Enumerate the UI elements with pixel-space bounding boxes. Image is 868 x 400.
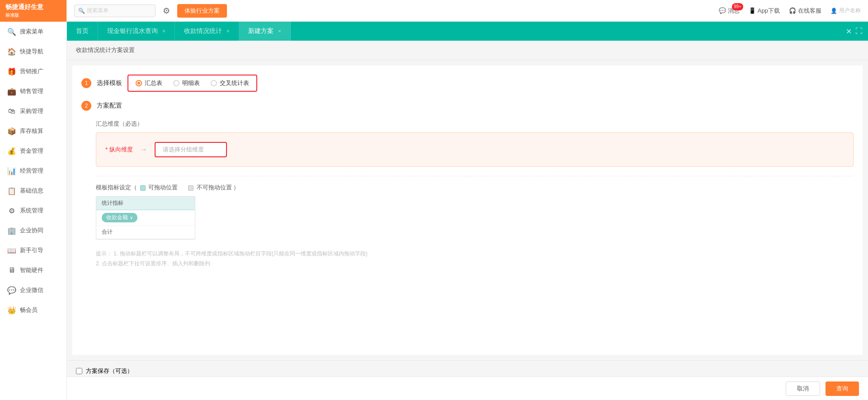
sidebar-item-label: 新手引导 — [20, 246, 43, 254]
draggable-legend-label: 可拖动位置 — [148, 184, 178, 191]
radio-detail[interactable]: 明细表 — [173, 79, 200, 87]
tab-maximize-icon[interactable]: ⛶ — [855, 27, 863, 35]
sidebar-item-label: 企业微信 — [20, 286, 43, 294]
save-row-label: 方案保存（可选） — [86, 367, 133, 375]
online-service-button[interactable]: 🎧 在线客服 — [789, 7, 821, 15]
radio-cross-circle — [211, 80, 217, 86]
top-header: 🔍 搜索菜单 ⚙ 体验行业方案 💬 消息 99+ 📱 App下载 🎧 在线客服 … — [67, 0, 868, 22]
tab-new-plan-close-icon[interactable]: × — [278, 28, 281, 34]
sidebar-item-sales[interactable]: 💼 销售管理 — [0, 81, 66, 101]
radio-summary[interactable]: 汇总表 — [136, 79, 162, 87]
settings-gear-icon[interactable]: ⚙ — [163, 6, 170, 16]
search-icon: 🔍 — [78, 8, 85, 14]
radio-summary-label: 汇总表 — [145, 79, 162, 87]
breadcrumb: 收款情况统计方案设置 — [67, 41, 868, 60]
dim-selector-placeholder: 请选择分组维度 — [163, 146, 204, 153]
save-row: 方案保存（可选） — [67, 360, 868, 376]
step1-row: 1 选择模板 汇总表 明细表 交叉统计表 — [81, 75, 854, 92]
tab-receipt-stat-close-icon[interactable]: × — [226, 28, 230, 34]
step2-title: 方案配置 — [97, 102, 122, 110]
stat-tag[interactable]: 收款金额 ∨ — [102, 213, 137, 222]
indicator-section: 模板指标设定（ 可拖动位置 不可拖动位置 ） 统计指标 — [96, 184, 854, 240]
system-icon: ⚙ — [7, 207, 16, 215]
fixed-legend-dot — [188, 185, 193, 191]
template-radio-group: 汇总表 明细表 交叉统计表 — [127, 75, 257, 92]
logo-name: 畅捷通好生意 — [5, 3, 43, 11]
sidebar-item-label: 快捷导航 — [20, 47, 43, 56]
sidebar-item-label: 营销推广 — [20, 67, 43, 75]
sidebar-item-purchase[interactable]: 🛍 采购管理 — [0, 101, 66, 121]
sidebar-item-label: 畅会员 — [20, 306, 38, 314]
sidebar-item-basic-info[interactable]: 📋 基础信息 — [0, 181, 66, 201]
app-download-icon: 📱 — [749, 7, 756, 14]
query-button[interactable]: 查询 — [826, 381, 859, 396]
dimension-row: * 纵向维度 → 请选择分组维度 — [105, 142, 844, 157]
stat-subtotal-cell: 合计 — [96, 226, 195, 239]
sidebar-item-marketing[interactable]: 🎁 营销推广 — [0, 61, 66, 81]
member-icon: 👑 — [7, 306, 16, 315]
stat-table: 统计指标 收款金额 ∨ 合计 — [96, 196, 195, 240]
sidebar-item-operation[interactable]: 📊 经营管理 — [0, 161, 66, 181]
tab-bank-flow-close-icon[interactable]: × — [162, 28, 165, 34]
sidebar-item-wechat[interactable]: 💬 企业微信 — [0, 280, 66, 300]
sidebar-item-beginner[interactable]: 📖 新手引导 — [0, 240, 66, 260]
stat-tag-chevron-icon: ∨ — [130, 215, 133, 220]
purchase-icon: 🛍 — [7, 107, 16, 115]
tab-receipt-stat-label: 收款情况统计 — [184, 27, 222, 35]
tab-bar: 首页 现金银行流水查询 × 收款情况统计 × 新建方案 × ✕ ⛶ — [67, 22, 868, 41]
sidebar-item-smart-hw[interactable]: 🖥 智能硬件 — [0, 260, 66, 280]
trial-industry-button[interactable]: 体验行业方案 — [177, 4, 227, 18]
content-area: 收款情况统计方案设置 1 选择模板 汇总表 明细表 — [67, 41, 868, 376]
content-body: 1 选择模板 汇总表 明细表 交叉统计表 — [72, 66, 863, 355]
tab-bank-flow-label: 现金银行流水查询 — [107, 27, 158, 35]
tips-section: 提示： 1. 拖动标题栏可以调整布局，不可跨维度或指标区域拖动栏目字段(只能在同… — [96, 249, 854, 268]
gift-icon: 🎁 — [7, 67, 16, 76]
tab-new-plan-label: 新建方案 — [248, 27, 274, 35]
save-checkbox[interactable] — [76, 368, 82, 374]
sidebar-item-label: 企业协同 — [20, 226, 43, 235]
radio-detail-circle — [173, 80, 179, 86]
app-download-button[interactable]: 📱 App下载 — [749, 7, 780, 15]
stat-tag-label: 收款金额 — [106, 214, 128, 221]
tip-line1: 提示： 1. 拖动标题栏可以调整布局，不可跨维度或指标区域拖动栏目字段(只能在同… — [96, 249, 854, 259]
operation-icon: 📊 — [7, 167, 16, 175]
sidebar-item-search-menu[interactable]: 🔍 搜索菜单 — [0, 22, 66, 42]
radio-detail-label: 明细表 — [182, 79, 200, 87]
dim-selector-dropdown[interactable]: 请选择分组维度 — [155, 142, 227, 157]
radio-cross[interactable]: 交叉统计表 — [211, 79, 249, 87]
sidebar-item-label: 资金管理 — [20, 147, 43, 155]
user-avatar-icon: 👤 — [830, 8, 837, 14]
service-label: 在线客服 — [798, 7, 821, 15]
step1-badge: 1 — [81, 78, 91, 88]
finance-icon: 💰 — [7, 147, 16, 155]
tab-close-window-icon[interactable]: ✕ — [846, 27, 852, 36]
sidebar-item-enterprise[interactable]: 🏢 企业协同 — [0, 221, 66, 240]
indicator-label-row: 模板指标设定（ 可拖动位置 不可拖动位置 ） — [96, 184, 854, 192]
summary-section-label: 汇总维度（必选） — [96, 120, 854, 128]
tab-new-plan[interactable]: 新建方案 × — [239, 22, 291, 41]
message-badge: 99+ — [732, 3, 743, 10]
tab-home-label: 首页 — [76, 27, 89, 35]
sales-icon: 💼 — [7, 87, 16, 96]
search-placeholder: 搜索菜单 — [87, 7, 108, 14]
indicator-label-prefix: 模板指标设定（ — [96, 184, 137, 191]
sidebar: 畅捷通好生意 标准版 🔍 搜索菜单 🏠 快捷导航 🎁 营销推广 💼 销售管理 🛍… — [0, 0, 67, 400]
sidebar-item-quick-nav[interactable]: 🏠 快捷导航 — [0, 42, 66, 61]
tab-receipt-stat[interactable]: 收款情况统计 × — [175, 22, 239, 41]
radio-summary-circle — [136, 80, 142, 86]
sidebar-item-system[interactable]: ⚙ 系统管理 — [0, 201, 66, 221]
wechat-icon: 💬 — [7, 286, 16, 295]
header-search-box[interactable]: 🔍 搜索菜单 — [74, 5, 156, 17]
sidebar-item-member[interactable]: 👑 畅会员 — [0, 300, 66, 320]
cancel-button[interactable]: 取消 — [786, 381, 820, 396]
sidebar-item-finance[interactable]: 💰 资金管理 — [0, 141, 66, 161]
sidebar-item-inventory[interactable]: 📦 库存核算 — [0, 121, 66, 141]
user-info[interactable]: 👤 用户名称 — [830, 7, 861, 14]
tab-bank-flow[interactable]: 现金银行流水查询 × — [98, 22, 175, 41]
sidebar-item-label: 经营管理 — [20, 167, 43, 175]
smart-hw-icon: 🖥 — [7, 266, 16, 274]
sidebar-item-label: 基础信息 — [20, 187, 43, 195]
tab-home[interactable]: 首页 — [67, 22, 98, 41]
message-button[interactable]: 💬 消息 99+ — [719, 7, 740, 15]
fixed-legend-label: 不可拖动位置 — [197, 184, 232, 191]
